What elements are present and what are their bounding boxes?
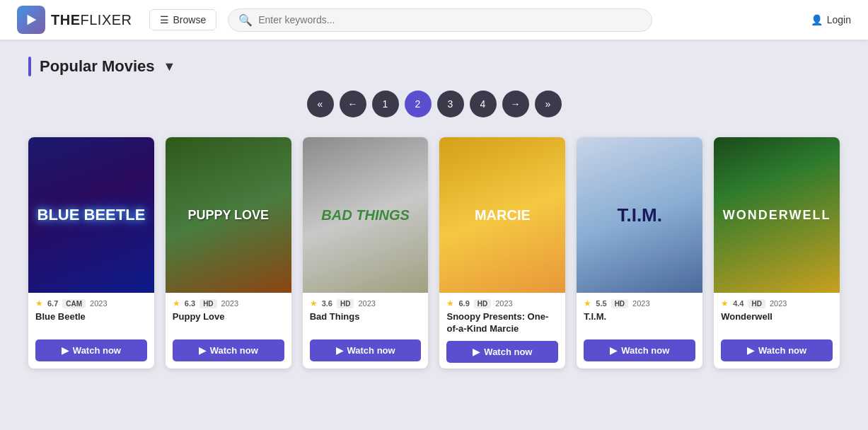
pagination-page-4[interactable]: 4: [470, 91, 497, 117]
movie-poster-bad-things: BAD THINGS: [303, 137, 429, 293]
poster-text-blue-beetle: BLUE BEETLE: [37, 206, 146, 224]
star-icon-blue-beetle: ★: [35, 298, 43, 308]
movie-title-bad-things: Bad Things: [310, 311, 422, 334]
browse-button[interactable]: ☰ Browse: [149, 9, 217, 30]
poster-text-marcie: MARCIE: [475, 207, 531, 223]
movie-poster-marcie: MARCIE: [439, 137, 565, 293]
login-label: Login: [827, 14, 851, 25]
play-icon-puppy-love: ▶: [199, 345, 206, 356]
watch-label-wonderwell: Watch now: [758, 345, 806, 356]
star-icon-puppy-love: ★: [173, 298, 180, 308]
movie-year-tim: 2023: [632, 299, 649, 308]
logo-text: THEFLIXER: [51, 12, 132, 28]
poster-text-wonderwell: WONDERWELL: [723, 208, 831, 223]
movie-quality-tim: HD: [611, 299, 628, 308]
pagination-page-2[interactable]: 2: [405, 91, 432, 117]
pagination-last[interactable]: »: [535, 91, 562, 117]
movie-info-marcie: ★ 6.9 HD 2023 Snoopy Presents: One-of-a-…: [439, 293, 565, 368]
poster-text-bad-things: BAD THINGS: [321, 207, 409, 223]
header: THEFLIXER ☰ Browse 🔍 👤 Login: [0, 0, 868, 40]
movie-poster-wonderwell: WONDERWELL: [714, 137, 840, 293]
movie-rating-blue-beetle: 6.7: [47, 299, 58, 308]
movie-info-wonderwell: ★ 4.4 HD 2023 Wonderwell ▶ Watch now: [714, 293, 840, 367]
movie-card-bad-things: BAD THINGS ★ 3.6 HD 2023 Bad Things ▶ Wa…: [303, 137, 429, 368]
movie-rating-bad-things: 3.6: [322, 299, 332, 308]
movie-card-wonderwell: WONDERWELL ★ 4.4 HD 2023 Wonderwell ▶ Wa…: [714, 137, 840, 368]
watch-label-marcie: Watch now: [484, 347, 532, 357]
pagination-page-1[interactable]: 1: [372, 91, 399, 117]
movie-quality-bad-things: HD: [337, 299, 354, 308]
movie-title-tim: T.I.M.: [584, 311, 695, 334]
poster-text-tim: T.I.M.: [617, 204, 662, 226]
section-title: Popular Movies: [40, 57, 155, 76]
star-icon-bad-things: ★: [310, 298, 318, 308]
poster-text-puppy-love: PUPPY LOVE: [187, 208, 269, 223]
movie-title-puppy-love: Puppy Love: [173, 311, 284, 334]
watch-label-puppy-love: Watch now: [210, 345, 258, 356]
movie-meta-marcie: ★ 6.9 HD 2023: [446, 298, 558, 308]
watch-button-blue-beetle[interactable]: ▶ Watch now: [35, 339, 147, 361]
menu-icon: ☰: [160, 14, 169, 25]
watch-button-tim[interactable]: ▶ Watch now: [584, 339, 695, 361]
watch-label-bad-things: Watch now: [347, 345, 395, 356]
user-icon: 👤: [811, 14, 823, 25]
play-icon-blue-beetle: ▶: [62, 345, 69, 356]
pagination-first[interactable]: «: [307, 91, 334, 117]
movie-year-bad-things: 2023: [358, 299, 375, 308]
movie-year-wonderwell: 2023: [770, 299, 787, 308]
play-icon-tim: ▶: [610, 345, 617, 356]
movie-poster-puppy-love: PUPPY LOVE: [166, 137, 291, 293]
star-icon-marcie: ★: [446, 298, 454, 308]
movie-rating-tim: 5.5: [596, 299, 606, 308]
movie-info-bad-things: ★ 3.6 HD 2023 Bad Things ▶ Watch now: [303, 293, 429, 367]
movie-year-blue-beetle: 2023: [90, 299, 107, 308]
movie-meta-bad-things: ★ 3.6 HD 2023: [310, 298, 422, 308]
filter-icon[interactable]: ▼: [163, 59, 176, 74]
watch-button-wonderwell[interactable]: ▶ Watch now: [721, 339, 833, 361]
movie-year-puppy-love: 2023: [221, 299, 238, 308]
movie-poster-tim: T.I.M.: [577, 137, 702, 293]
watch-button-marcie[interactable]: ▶ Watch now: [446, 341, 558, 363]
movie-title-marcie: Snoopy Presents: One-of-a-Kind Marcie: [446, 311, 558, 335]
pagination-next[interactable]: →: [502, 91, 529, 117]
movie-poster-blue-beetle: BLUE BEETLE: [28, 137, 154, 293]
movie-meta-blue-beetle: ★ 6.7 CAM 2023: [35, 298, 147, 308]
logo-icon: [17, 6, 45, 34]
pagination: « ← 1 2 3 4 → »: [28, 91, 840, 117]
movie-rating-marcie: 6.9: [458, 299, 469, 308]
movie-info-tim: ★ 5.5 HD 2023 T.I.M. ▶ Watch now: [577, 293, 702, 367]
movie-rating-wonderwell: 4.4: [733, 299, 743, 308]
movie-quality-marcie: HD: [474, 299, 491, 308]
movie-year-marcie: 2023: [495, 299, 512, 308]
movie-info-blue-beetle: ★ 6.7 CAM 2023 Blue Beetle ▶ Watch now: [28, 293, 154, 367]
pagination-page-3[interactable]: 3: [437, 91, 464, 117]
movie-card-blue-beetle: BLUE BEETLE ★ 6.7 CAM 2023 Blue Beetle ▶…: [28, 137, 154, 368]
movie-meta-puppy-love: ★ 6.3 HD 2023: [173, 298, 284, 308]
main-content: Popular Movies ▼ « ← 1 2 3 4 → » BLUE BE…: [0, 40, 868, 385]
movie-card-puppy-love: PUPPY LOVE ★ 6.3 HD 2023 Puppy Love ▶ Wa…: [166, 137, 291, 368]
login-button[interactable]: 👤 Login: [811, 14, 851, 25]
movie-quality-blue-beetle: CAM: [62, 299, 86, 308]
movie-quality-wonderwell: HD: [748, 299, 765, 308]
watch-button-puppy-love[interactable]: ▶ Watch now: [173, 339, 284, 361]
movie-title-wonderwell: Wonderwell: [721, 311, 833, 334]
browse-label: Browse: [173, 14, 207, 25]
play-icon-bad-things: ▶: [336, 345, 343, 356]
play-icon-wonderwell: ▶: [747, 345, 754, 356]
movie-meta-tim: ★ 5.5 HD 2023: [584, 298, 695, 308]
movie-card-tim: T.I.M. ★ 5.5 HD 2023 T.I.M. ▶ Watch now: [577, 137, 702, 368]
section-bar-decoration: [28, 57, 31, 76]
movie-meta-wonderwell: ★ 4.4 HD 2023: [721, 298, 833, 308]
svg-marker-0: [28, 15, 37, 25]
watch-label-tim: Watch now: [621, 345, 669, 356]
watch-button-bad-things[interactable]: ▶ Watch now: [310, 339, 422, 361]
watch-label-blue-beetle: Watch now: [73, 345, 121, 356]
search-input[interactable]: [258, 14, 642, 25]
play-icon-marcie: ▶: [473, 347, 480, 357]
search-bar: 🔍: [228, 8, 652, 32]
logo: THEFLIXER: [17, 6, 132, 34]
star-icon-tim: ★: [584, 298, 591, 308]
star-icon-wonderwell: ★: [721, 298, 729, 308]
pagination-prev[interactable]: ←: [340, 91, 366, 117]
movie-card-marcie: MARCIE ★ 6.9 HD 2023 Snoopy Presents: On…: [439, 137, 565, 368]
